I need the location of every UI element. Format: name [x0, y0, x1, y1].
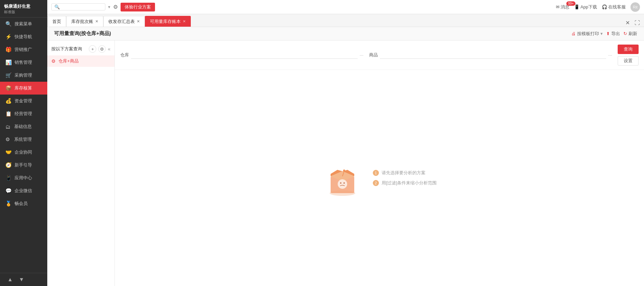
- vip-icon: 🏅: [5, 201, 12, 207]
- hint-num-2: 2: [373, 180, 379, 186]
- search-chevron-icon[interactable]: ▾: [108, 4, 110, 9]
- sidebar-item-app-center[interactable]: 📱 应用中心: [0, 172, 47, 184]
- message-icon: ✉: [556, 4, 560, 9]
- guide-icon: 🧭: [5, 162, 12, 168]
- sidebar-item-wechat[interactable]: 💬 企业微信: [0, 184, 47, 197]
- phone-icon: 📱: [574, 4, 579, 9]
- sidebar-item-operation[interactable]: 📋 经营管理: [0, 107, 47, 120]
- svg-point-6: [340, 182, 341, 184]
- warehouse-more-icon[interactable]: ···: [360, 52, 364, 58]
- sidebar-item-enterprise[interactable]: 🤝 企业协同: [0, 146, 47, 159]
- tab-recv-summary[interactable]: 收发存汇总表 ✕: [103, 16, 145, 27]
- goods-label: 商品: [369, 52, 378, 58]
- inventory-icon: 📦: [5, 85, 12, 91]
- close-all-tabs-button[interactable]: ✕: [624, 19, 631, 27]
- sidebar-item-label: 营销推广: [15, 47, 32, 53]
- sidebar-item-sales[interactable]: 📊 销售管理: [0, 56, 47, 69]
- message-badge: 99+: [566, 1, 575, 6]
- query-fields-row: 仓库 ··· 商品 ··· 查询 设置: [115, 41, 644, 70]
- sidebar-item-basic[interactable]: 🗂 基础信息: [0, 120, 47, 133]
- sales-icon: 📊: [5, 59, 12, 66]
- app-download-button[interactable]: 📱 App下载: [574, 4, 597, 10]
- svg-point-7: [343, 182, 345, 184]
- sidebar-item-label: 新手引导: [15, 162, 32, 168]
- svg-point-9: [343, 170, 345, 172]
- print-button[interactable]: 🖨 按模板打印 ▾: [571, 31, 603, 37]
- sidebar-item-marketing[interactable]: 🎁 营销推广: [0, 43, 47, 56]
- empty-hint-2: 2 用[过滤]条件来缩小分析范围: [373, 180, 437, 186]
- tabs-right-actions: ✕ ⛶: [621, 19, 644, 27]
- warehouse-input[interactable]: [131, 51, 358, 59]
- goods-input[interactable]: [380, 51, 607, 59]
- topbar-search-box: 🔍: [51, 3, 105, 10]
- filter-panel-title: 按以下方案查询: [51, 46, 82, 52]
- hint-text-1: 请先选择要分析的方案: [382, 170, 426, 176]
- search-input[interactable]: [61, 5, 95, 9]
- sidebar-item-search-menu[interactable]: 🔍 搜索菜单: [0, 18, 47, 30]
- sidebar-scroll: 🔍 搜索菜单 ⚡ 快捷导航 🎁 营销推广 📊 销售管理 🛒 采购管理 📦 库存核…: [0, 18, 47, 273]
- expand-tab-button[interactable]: ⛶: [633, 19, 641, 27]
- export-label: 导出: [611, 31, 620, 37]
- sidebar-scroll-down[interactable]: ▼: [17, 276, 26, 283]
- enterprise-icon: 🤝: [5, 149, 12, 155]
- sidebar-logo: 畅康通好生意 标准版: [0, 0, 47, 18]
- sidebar-item-purchase[interactable]: 🛒 采购管理: [0, 69, 47, 82]
- settings-button[interactable]: 设置: [618, 56, 639, 66]
- tab-batch-ledger[interactable]: 库存批次账 ✕: [66, 16, 103, 27]
- page-title: 可用量查询(按仓库+商品): [54, 30, 111, 37]
- tab-available-ledger-close-icon[interactable]: ✕: [183, 19, 186, 24]
- app-center-icon: 📱: [5, 175, 12, 181]
- industry-solution-button[interactable]: 体验行业方案: [121, 3, 155, 11]
- filter-settings-button[interactable]: ⚙: [98, 45, 106, 53]
- sidebar-item-label: 经营管理: [15, 111, 32, 117]
- warehouse-field: 仓库 ···: [120, 51, 364, 59]
- refresh-button[interactable]: ↻ 刷新: [623, 31, 637, 37]
- filter-collapse-button[interactable]: «: [108, 45, 110, 53]
- tab-home[interactable]: 首页: [47, 16, 66, 27]
- filter-add-button[interactable]: +: [89, 45, 96, 53]
- empty-hint-1: 1 请先选择要分析的方案: [373, 170, 437, 176]
- marketing-icon: 🎁: [5, 47, 12, 53]
- topbar-gear-icon[interactable]: ⚙: [113, 4, 118, 10]
- avatar: Rit: [630, 2, 640, 12]
- tab-recv-summary-close-icon[interactable]: ✕: [137, 19, 140, 24]
- purchase-icon: 🛒: [5, 72, 12, 78]
- query-area: 仓库 ··· 商品 ··· 查询 设置: [115, 41, 644, 286]
- user-avatar-area[interactable]: Rit: [630, 2, 640, 12]
- online-service-button[interactable]: 🎧 在线客服: [602, 4, 626, 10]
- filter-item-warehouse-goods[interactable]: ⚙ 仓库+商品: [47, 55, 114, 67]
- print-chevron-icon[interactable]: ▾: [600, 31, 603, 36]
- sidebar-item-label: 销售管理: [15, 59, 32, 66]
- sidebar-item-label: 企业协同: [15, 149, 32, 155]
- filter-panel: 按以下方案查询 + ⚙ « ⚙ 仓库+商品: [47, 41, 115, 286]
- quick-nav-icon: ⚡: [5, 34, 12, 40]
- sidebar-item-inventory[interactable]: 📦 库存核算: [0, 82, 47, 95]
- tab-home-label: 首页: [52, 19, 61, 25]
- tab-available-ledger[interactable]: 可用量库存账本 ✕: [145, 16, 191, 27]
- filter-item-icon: ⚙: [51, 58, 56, 64]
- empty-hints: 1 请先选择要分析的方案 2 用[过滤]条件来缩小分析范围: [373, 170, 437, 186]
- tab-batch-ledger-close-icon[interactable]: ✕: [95, 19, 98, 24]
- system-icon: ⚙: [5, 136, 11, 142]
- warehouse-label: 仓库: [120, 52, 129, 58]
- sidebar-item-label: 快捷导航: [15, 34, 32, 40]
- sidebar-item-vip[interactable]: 🏅 畅会员: [0, 197, 47, 210]
- filter-panel-header: 按以下方案查询 + ⚙ «: [47, 44, 114, 55]
- sidebar-item-guide[interactable]: 🧭 新手引导: [0, 159, 47, 172]
- main-area: 🔍 ▾ ⚙ 体验行业方案 ✉ 消息 99+ 📱 App下载 🎧 在线客服 Ri: [47, 0, 644, 286]
- tab-available-ledger-label: 可用量库存账本: [150, 19, 181, 25]
- sidebar-scroll-up[interactable]: ▲: [5, 276, 15, 283]
- tab-batch-ledger-label: 库存批次账: [71, 19, 93, 25]
- filter-item-label: 仓库+商品: [58, 58, 79, 64]
- export-button[interactable]: ⬆ 导出: [606, 31, 620, 37]
- sidebar-item-label: 库存核算: [15, 85, 32, 91]
- sidebar-item-finance[interactable]: 💰 资金管理: [0, 95, 47, 107]
- sidebar-item-quick-nav[interactable]: ⚡ 快捷导航: [0, 30, 47, 43]
- tab-recv-summary-label: 收发存汇总表: [108, 19, 135, 25]
- goods-more-icon[interactable]: ···: [608, 52, 612, 58]
- message-button[interactable]: ✉ 消息 99+: [556, 4, 569, 10]
- content-area: 按以下方案查询 + ⚙ « ⚙ 仓库+商品 仓库 ···: [47, 41, 644, 286]
- query-button[interactable]: 查询: [618, 45, 639, 54]
- empty-state: 1 请先选择要分析的方案 2 用[过滤]条件来缩小分析范围: [115, 70, 644, 286]
- sidebar-item-system[interactable]: ⚙ 系统管理: [0, 133, 47, 146]
